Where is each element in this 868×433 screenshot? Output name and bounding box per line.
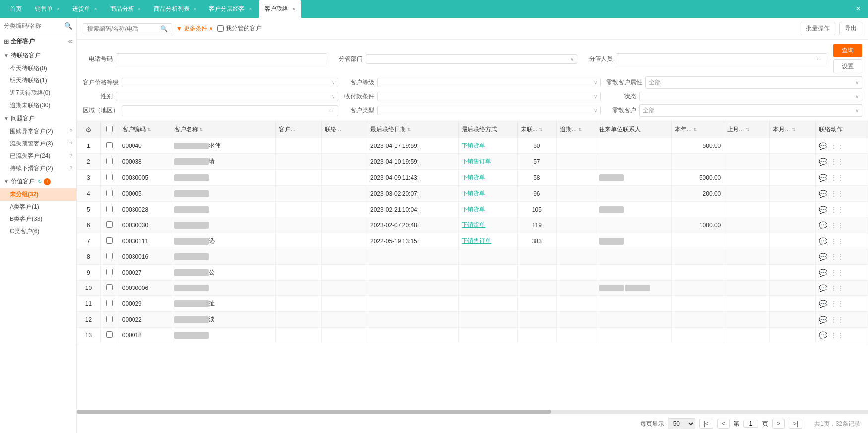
sidebar-item-today[interactable]: 今天待联络(0) xyxy=(0,62,76,74)
nav-tab-purchase[interactable]: 进货单 × xyxy=(67,0,103,18)
nav-tab-analysis-list[interactable]: 商品分析列表 × xyxy=(148,0,202,18)
cell-check[interactable] xyxy=(100,138,119,154)
row-checkbox[interactable] xyxy=(106,269,113,275)
region-dots-icon[interactable]: ··· xyxy=(326,107,335,114)
sidebar-item-declining[interactable]: 持续下滑客户(2) ? xyxy=(0,162,76,175)
phone-action-icon[interactable]: 💬 xyxy=(819,174,827,182)
sidebar-search-box[interactable]: 🔍 xyxy=(0,18,76,34)
phone-action-icon[interactable]: 💬 xyxy=(819,190,827,198)
th-check[interactable] xyxy=(100,121,119,138)
more-action-icon[interactable]: ⋮⋮ xyxy=(830,300,844,308)
next-page-btn[interactable]: > xyxy=(772,419,785,429)
cell-check[interactable] xyxy=(100,328,119,343)
phone-action-icon[interactable]: 💬 xyxy=(819,158,827,166)
th-lastmonth[interactable]: 上月... xyxy=(724,121,770,138)
phone-action-icon[interactable]: 💬 xyxy=(819,142,827,150)
th-date[interactable]: 最后联络日期 xyxy=(367,121,459,138)
phone-action-icon[interactable]: 💬 xyxy=(819,253,827,261)
phone-input[interactable] xyxy=(116,53,327,64)
phone-action-icon[interactable]: 💬 xyxy=(819,269,827,277)
price-level-select[interactable]: ∨ xyxy=(122,78,338,87)
phone-action-icon[interactable]: 💬 xyxy=(819,206,827,214)
query-btn[interactable]: 查询 xyxy=(833,44,862,57)
th-thismonth[interactable]: 本月... xyxy=(770,121,815,138)
th-method[interactable]: 最后联络方式 xyxy=(459,121,517,138)
per-page-select[interactable]: 50 100 xyxy=(668,418,695,429)
more-action-icon[interactable]: ⋮⋮ xyxy=(830,253,844,261)
th-overdue[interactable]: 逾期... xyxy=(556,121,596,138)
nav-tab-customer-contact[interactable]: 客户联络 × xyxy=(259,0,301,18)
cell-check[interactable] xyxy=(100,233,119,249)
cell-check[interactable] xyxy=(100,296,119,312)
more-action-icon[interactable]: ⋮⋮ xyxy=(830,190,844,198)
first-page-btn[interactable]: |< xyxy=(699,419,713,429)
more-conditions-btn[interactable]: ▼ 更多条件 ∧ xyxy=(176,24,213,33)
nav-tab-analysis[interactable]: 商品分析 × xyxy=(104,0,147,18)
pending-group-header[interactable]: ▼ 待联络客户 xyxy=(0,49,76,62)
row-checkbox[interactable] xyxy=(106,190,113,196)
customer-type-select[interactable]: ∨ xyxy=(377,106,600,115)
row-checkbox[interactable] xyxy=(106,206,113,212)
contact-method-link[interactable]: 下销货单 xyxy=(462,221,485,228)
row-checkbox[interactable] xyxy=(106,142,113,148)
th-code[interactable]: 客户编码 xyxy=(119,121,171,138)
cell-check[interactable] xyxy=(100,265,119,281)
row-checkbox[interactable] xyxy=(106,174,113,180)
cell-check[interactable] xyxy=(100,312,119,328)
phone-action-icon[interactable]: 💬 xyxy=(819,316,827,324)
my-customers-checkbox[interactable]: 我分管的客户 xyxy=(217,24,262,33)
prev-page-btn[interactable]: < xyxy=(717,419,730,429)
sidebar-search-input[interactable] xyxy=(4,22,62,29)
contact-method-link[interactable]: 下销货单 xyxy=(462,190,485,197)
cell-check[interactable] xyxy=(100,217,119,233)
sidebar-item-7days[interactable]: 近7天待联络(0) xyxy=(0,87,76,99)
close-customer-segment-icon[interactable]: × xyxy=(249,6,252,12)
collapse-icon[interactable]: ≪ xyxy=(67,39,72,44)
cell-check[interactable] xyxy=(100,202,119,217)
th-type[interactable]: 客户... xyxy=(275,121,321,138)
contact-method-link[interactable]: 下销货单 xyxy=(462,142,485,149)
page-input[interactable] xyxy=(743,420,758,428)
more-action-icon[interactable]: ⋮⋮ xyxy=(830,206,844,214)
more-action-icon[interactable]: ⋮⋮ xyxy=(830,142,844,150)
cell-check[interactable] xyxy=(100,249,119,265)
sidebar-search-icon[interactable]: 🔍 xyxy=(64,22,72,30)
row-checkbox[interactable] xyxy=(106,300,113,306)
phone-action-icon[interactable]: 💬 xyxy=(819,331,827,339)
sidebar-item-class-b[interactable]: B类客户(33) xyxy=(0,213,76,225)
more-action-icon[interactable]: ⋮⋮ xyxy=(830,316,844,324)
nav-tab-sales[interactable]: 销售单 × xyxy=(29,0,66,18)
close-sales-icon[interactable]: × xyxy=(57,6,60,12)
contact-method-link[interactable]: 下销售订单 xyxy=(462,237,491,244)
row-checkbox[interactable] xyxy=(106,253,113,259)
th-partner[interactable]: 往来单位联系人 xyxy=(596,121,671,138)
region-select[interactable]: ··· xyxy=(122,105,338,116)
more-action-icon[interactable]: ⋮⋮ xyxy=(830,237,844,245)
close-purchase-icon[interactable]: × xyxy=(94,6,97,12)
contact-method-link[interactable]: 下销货单 xyxy=(462,206,485,213)
search-box[interactable]: 🔍 xyxy=(83,23,172,34)
manager-dots-icon[interactable]: ··· xyxy=(815,55,824,62)
row-checkbox[interactable] xyxy=(106,221,113,228)
search-icon[interactable]: 🔍 xyxy=(160,25,168,32)
sidebar-item-tomorrow[interactable]: 明天待联络(1) xyxy=(0,74,76,87)
all-customers-header[interactable]: ⊞ 全部客户 ≪ xyxy=(0,34,76,49)
last-page-btn[interactable]: >| xyxy=(789,419,802,429)
sidebar-item-class-c[interactable]: C类客户(6) xyxy=(0,225,76,238)
problem-group-header[interactable]: ▼ 问题客户 xyxy=(0,112,76,125)
contact-method-link[interactable]: 下销售订单 xyxy=(462,158,491,165)
select-all-checkbox[interactable] xyxy=(106,126,113,132)
sidebar-item-abnormal[interactable]: 囤购异常客户(2) ? xyxy=(0,125,76,138)
contact-method-link[interactable]: 下销货单 xyxy=(462,174,485,181)
dept-select[interactable]: ∨ xyxy=(366,54,577,64)
th-thisyear[interactable]: 本年... xyxy=(671,121,724,138)
nav-tab-home[interactable]: 首页 xyxy=(4,0,28,18)
th-name[interactable]: 客户名称 xyxy=(171,121,276,138)
close-customer-contact-icon[interactable]: × xyxy=(292,6,295,12)
more-action-icon[interactable]: ⋮⋮ xyxy=(830,331,844,339)
customer-level-select[interactable]: ∨ xyxy=(377,78,600,87)
search-input[interactable] xyxy=(87,25,158,32)
phone-action-icon[interactable]: 💬 xyxy=(819,284,827,292)
my-customers-check[interactable] xyxy=(217,25,224,32)
cell-check[interactable] xyxy=(100,170,119,186)
